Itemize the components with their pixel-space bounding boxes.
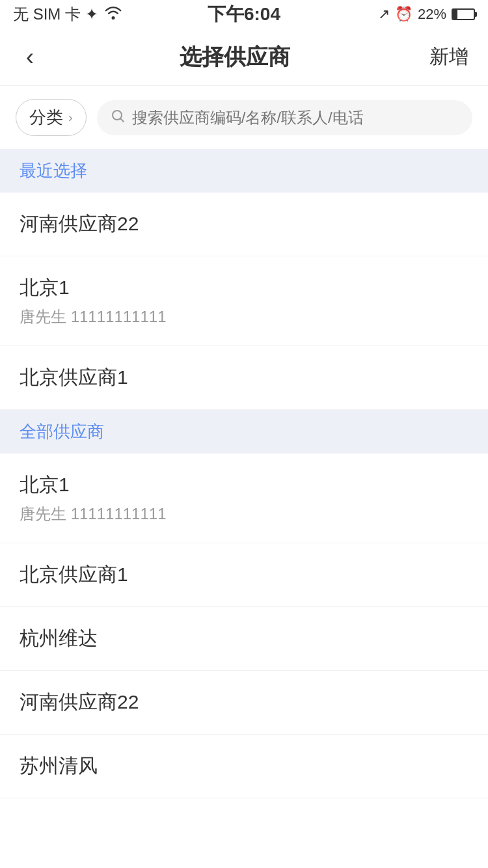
search-input[interactable] [132, 109, 459, 127]
list-item[interactable]: 河南供应商22 [0, 671, 488, 735]
item-detail: 唐先生 11111111111 [20, 504, 468, 524]
item-name: 河南供应商22 [20, 211, 468, 237]
alarm-icon: ⏰ [395, 6, 413, 23]
list-item[interactable]: 河南供应商22 [0, 193, 488, 256]
chevron-right-icon: › [68, 110, 73, 125]
search-icon [110, 108, 126, 128]
search-bar[interactable] [97, 100, 472, 135]
recent-section-header: 最近选择 [0, 149, 488, 193]
list-item[interactable]: 苏州清风 [0, 735, 488, 798]
recent-section-label: 最近选择 [20, 161, 87, 180]
list-item[interactable]: 北京供应商1 [0, 543, 488, 607]
nav-bar: ‹ 选择供应商 新增 [0, 29, 488, 86]
filter-bar: 分类 › [0, 86, 488, 149]
list-item[interactable]: 杭州维达 [0, 607, 488, 671]
back-button[interactable]: ‹ [20, 37, 40, 77]
list-item[interactable]: 北京1 唐先生 11111111111 [0, 256, 488, 346]
item-name: 苏州清风 [20, 753, 468, 780]
item-detail: 唐先生 11111111111 [20, 306, 468, 327]
wifi-icon [103, 5, 123, 23]
item-name: 杭州维达 [20, 625, 468, 652]
status-right: ↗ ⏰ 22% [378, 6, 475, 23]
page-title: 选择供应商 [180, 42, 290, 72]
category-button[interactable]: 分类 › [16, 99, 87, 136]
all-section-header: 全部供应商 [0, 410, 488, 454]
category-label: 分类 [29, 106, 63, 129]
battery-label: 22% [418, 6, 446, 23]
add-button[interactable]: 新增 [429, 44, 468, 70]
sim-label: 无 SIM 卡 ✦ [13, 4, 98, 25]
status-bar: 无 SIM 卡 ✦ 下午6:04 ↗ ⏰ 22% [0, 0, 488, 29]
all-list: 北京1 唐先生 11111111111 北京供应商1 杭州维达 河南供应商22 … [0, 454, 488, 798]
item-name: 河南供应商22 [20, 689, 468, 716]
list-item[interactable]: 北京供应商1 [0, 346, 488, 410]
svg-line-1 [120, 118, 124, 122]
item-name: 北京供应商1 [20, 562, 468, 588]
item-name: 北京1 [20, 275, 468, 301]
status-left: 无 SIM 卡 ✦ [13, 4, 123, 25]
status-time: 下午6:04 [208, 2, 280, 27]
list-item[interactable]: 北京1 唐先生 11111111111 [0, 454, 488, 543]
battery-icon [452, 8, 475, 20]
item-name: 北京1 [20, 472, 468, 498]
location-icon: ↗ [378, 6, 390, 23]
item-name: 北京供应商1 [20, 364, 468, 391]
recent-list: 河南供应商22 北京1 唐先生 11111111111 北京供应商1 [0, 193, 488, 410]
all-section-label: 全部供应商 [20, 422, 104, 441]
